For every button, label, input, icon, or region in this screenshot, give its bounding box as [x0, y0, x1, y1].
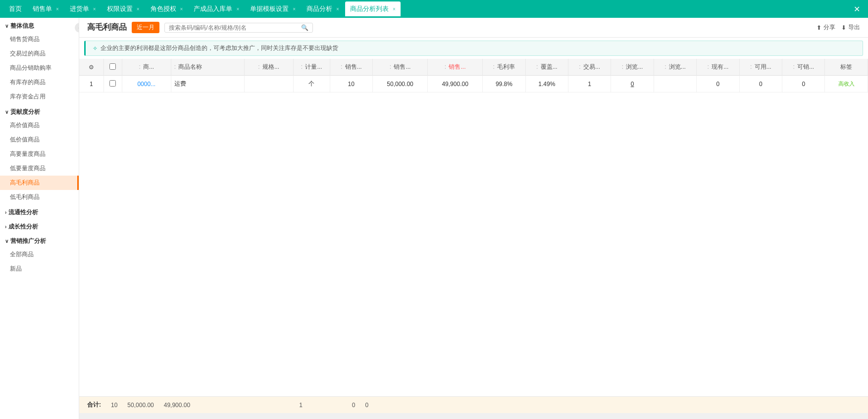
period-button[interactable]: 近一月 [132, 22, 159, 33]
header-actions: ⬆ 分享 ⬇ 导出 [817, 23, 860, 32]
th-transactions[interactable]: : 交易... [568, 59, 611, 76]
th-browse2[interactable]: : 浏览... [654, 59, 696, 76]
export-button[interactable]: ⬇ 导出 [841, 23, 860, 32]
th-browse1[interactable]: : 浏览... [611, 59, 654, 76]
th-gross-rate[interactable]: : 毛利率 [483, 59, 525, 76]
select-all-checkbox[interactable] [109, 63, 116, 70]
chevron-down-icon: ∨ [5, 23, 8, 29]
footer-total-label: 合计: [87, 401, 101, 409]
sidebar-item-sales-goods[interactable]: 销售货商品 [0, 32, 79, 47]
close-role-tab[interactable]: × [180, 6, 183, 12]
th-unit-label: 计量... [305, 63, 322, 70]
th-saleable-label: 可销... [797, 63, 814, 70]
cell-gross-rate: 99.8% [483, 76, 525, 93]
tab-sales[interactable]: 销售单 × [28, 1, 64, 16]
notice-icon: ✧ [93, 45, 98, 52]
share-icon: ⬆ [817, 24, 821, 31]
sidebar-section-liquidity[interactable]: › 流通性分析 [0, 204, 79, 219]
th-coverage[interactable]: : 覆盖... [525, 59, 568, 76]
th-transactions-label: 交易... [583, 63, 600, 70]
footer-saleable: 0 [365, 402, 369, 409]
close-product-entry-tab[interactable]: × [236, 6, 239, 12]
notice-bar: ✧ 企业的主要的利润都是这部分商品创造的，可考虑加大推广，同时关注库存是不要出现… [84, 41, 863, 56]
close-product-analysis-list-tab[interactable]: × [393, 6, 396, 12]
sidebar-item-new-goods[interactable]: 新品 [0, 262, 79, 276]
sidebar-item-in-stock[interactable]: 有库存的商品 [0, 75, 79, 90]
sidebar-item-low-margin[interactable]: 低毛利商品 [0, 190, 79, 204]
th-saleable[interactable]: : 可销... [782, 59, 825, 76]
cell-code[interactable]: 0000... [122, 76, 171, 93]
sidebar-item-high-margin[interactable]: 高毛利商品 [0, 176, 79, 190]
tab-product-analysis-list-label: 商品分析列表 [350, 4, 389, 13]
footer-current: 0 [352, 402, 356, 409]
row-checkbox[interactable] [109, 80, 116, 87]
tab-template-label: 单据模板设置 [250, 4, 289, 13]
th-coverage-label: 覆盖... [541, 63, 558, 70]
sidebar-item-stock-capital[interactable]: 库存资金占用 [0, 90, 79, 104]
cell-name: 运费 [171, 76, 244, 93]
search-input[interactable] [169, 24, 301, 31]
settings-icon[interactable]: ⚙ [89, 64, 94, 71]
cell-transactions: 1 [568, 76, 611, 93]
close-product-analysis-tab[interactable]: × [336, 6, 339, 12]
cell-saleable: 0 [782, 76, 825, 93]
footer-sales-cost: 49,900.00 [164, 402, 190, 409]
share-label: 分享 [823, 23, 835, 32]
th-code[interactable]: : 商... [122, 59, 171, 76]
section-contribution-label: 贡献度分析 [10, 108, 40, 116]
th-current-label: 现有... [712, 63, 728, 70]
tab-product-analysis-list[interactable]: 商品分析列表 × [345, 1, 401, 16]
sidebar-item-low-value[interactable]: 低价值商品 [0, 133, 79, 147]
sidebar-item-high-value[interactable]: 高价值商品 [0, 118, 79, 133]
chevron-right-icon: › [5, 210, 6, 215]
th-sales-amount-label: 销售... [394, 63, 410, 70]
close-sales-tab[interactable]: × [56, 6, 59, 12]
th-num: ⚙ [79, 59, 103, 76]
sidebar-item-distribution-rate[interactable]: 商品分销助购率 [0, 61, 79, 75]
close-template-tab[interactable]: × [293, 6, 296, 12]
th-sales-cost-label: 销售... [449, 63, 465, 70]
th-sales-qty[interactable]: : 销售... [330, 59, 372, 76]
tab-home[interactable]: 首页 [4, 1, 27, 16]
th-name[interactable]: : 商品名称 [171, 59, 244, 76]
horizontal-scrollbar[interactable] [79, 413, 868, 419]
footer-bar: 合计: 10 50,000.00 49,900.00 1 0 0 [79, 396, 868, 413]
cell-num: 1 [79, 76, 103, 93]
th-unit[interactable]: : 计量... [293, 59, 330, 76]
sidebar-item-traded-goods[interactable]: 交易过的商品 [0, 47, 79, 61]
tab-product-entry-label: 产成品入库单 [194, 4, 232, 13]
th-spec[interactable]: : 规格... [244, 59, 293, 76]
cell-browse1[interactable]: 0 [611, 76, 654, 93]
th-current[interactable]: : 现有... [697, 59, 739, 76]
close-permission-tab[interactable]: × [137, 6, 140, 12]
th-available[interactable]: : 可用... [739, 59, 782, 76]
th-sales-cost[interactable]: : 销售... [428, 59, 483, 76]
tab-template[interactable]: 单据模板设置 × [245, 1, 301, 16]
window-close-button[interactable]: ✕ [850, 4, 864, 14]
sidebar-item-high-freq[interactable]: 高要量度商品 [0, 147, 79, 161]
th-name-label: 商品名称 [178, 63, 202, 70]
th-sales-qty-label: 销售... [345, 63, 362, 70]
sidebar-item-low-freq[interactable]: 低要量度商品 [0, 161, 79, 176]
search-icon[interactable]: 🔍 [301, 24, 308, 31]
sidebar-section-marketing[interactable]: ∨ 营销推广分析 [0, 233, 79, 247]
export-label: 导出 [848, 23, 860, 32]
tab-role[interactable]: 角色授权 × [146, 1, 188, 16]
main-layout: « ∨ 整体信息 销售货商品 交易过的商品 商品分销助购率 有库存的商品 库存资… [0, 18, 868, 419]
section-growth-label: 成长性分析 [8, 223, 38, 231]
tab-role-label: 角色授权 [151, 4, 176, 13]
sidebar-section-contribution[interactable]: ∨ 贡献度分析 [0, 104, 79, 118]
tab-product-entry[interactable]: 产成品入库单 × [189, 1, 244, 16]
sidebar-item-all-goods[interactable]: 全部商品 [0, 247, 79, 262]
close-purchase-tab[interactable]: × [93, 6, 96, 12]
tab-permission[interactable]: 权限设置 × [102, 1, 145, 16]
th-sales-amount[interactable]: : 销售... [373, 59, 428, 76]
share-button[interactable]: ⬆ 分享 [817, 23, 835, 32]
tab-product-analysis[interactable]: 商品分析 × [302, 1, 344, 16]
th-browse2-label: 浏览... [669, 63, 686, 70]
th-tag[interactable]: 标签 [825, 59, 868, 76]
sidebar-section-overview[interactable]: ∨ 整体信息 [0, 18, 79, 32]
tab-permission-label: 权限设置 [107, 4, 133, 13]
sidebar-section-growth[interactable]: › 成长性分析 [0, 219, 79, 233]
tab-purchase[interactable]: 进货单 × [65, 1, 101, 16]
